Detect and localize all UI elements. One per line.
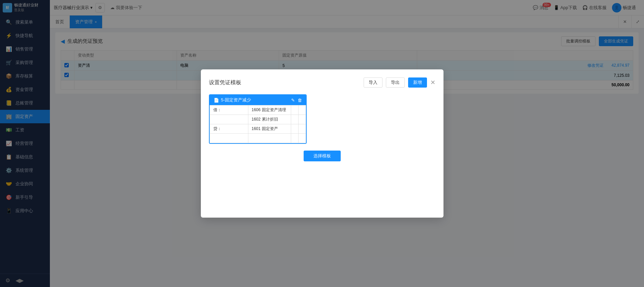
entry-credit-3 [298, 124, 306, 134]
template-delete-icon[interactable]: 🗑 [298, 98, 302, 103]
entry-code-2: 1602 累计折旧 [248, 115, 291, 124]
modal-dialog: 设置凭证模板 导入 导出 新增 ✕ 📄 5-固定资产减少 ✎ 🗑 [201, 69, 443, 218]
entry-direction-1: 借： [210, 105, 248, 115]
template-card-name: 5-固定资产减少 [221, 97, 251, 103]
entry-direction-3: 贷： [210, 124, 248, 134]
template-card-header: 📄 5-固定资产减少 ✎ 🗑 [210, 95, 306, 105]
modal-title: 设置凭证模板 [209, 79, 241, 86]
entry-empty-2 [248, 134, 291, 143]
template-entry-row: 贷： 1601 固定资产 [210, 124, 306, 134]
export-button[interactable]: 导出 [386, 77, 405, 88]
modal-header: 设置凭证模板 导入 导出 新增 ✕ [209, 77, 435, 88]
select-template-button[interactable]: 选择模板 [304, 151, 341, 161]
entry-direction-2 [210, 115, 248, 124]
entry-debit-1 [291, 105, 298, 115]
template-entry-row-empty [210, 134, 306, 143]
modal-actions: 导入 导出 新增 [364, 77, 427, 88]
template-card-title-area: 📄 5-固定资产减少 [214, 97, 251, 103]
entry-code-1: 1606 固定资产清理 [248, 105, 291, 115]
template-card-actions: ✎ 🗑 [291, 98, 302, 103]
template-doc-icon: 📄 [214, 98, 219, 103]
modal-overlay: 设置凭证模板 导入 导出 新增 ✕ 📄 5-固定资产减少 ✎ 🗑 [0, 0, 644, 287]
template-edit-icon[interactable]: ✎ [291, 98, 295, 103]
template-entry-row: 1602 累计折旧 [210, 115, 306, 124]
entry-code-3: 1601 固定资产 [248, 124, 291, 134]
import-button[interactable]: 导入 [364, 77, 382, 88]
entry-empty-4 [298, 134, 306, 143]
entry-credit-1 [298, 105, 306, 115]
entry-credit-2 [298, 115, 306, 124]
template-entries-table: 借： 1606 固定资产清理 1602 累计折旧 贷： [210, 105, 306, 143]
entry-empty-1 [210, 134, 248, 143]
entry-debit-2 [291, 115, 298, 124]
template-entry-row: 借： 1606 固定资产清理 [210, 105, 306, 115]
new-template-button[interactable]: 新增 [408, 77, 427, 88]
select-template-btn-area: 选择模板 [209, 151, 435, 161]
modal-close-button[interactable]: ✕ [430, 79, 435, 86]
entry-debit-3 [291, 124, 298, 134]
entry-empty-3 [291, 134, 298, 143]
template-card: 📄 5-固定资产减少 ✎ 🗑 借： 1606 固定资产清理 [209, 94, 307, 144]
template-card-body: 借： 1606 固定资产清理 1602 累计折旧 贷： [210, 105, 306, 143]
